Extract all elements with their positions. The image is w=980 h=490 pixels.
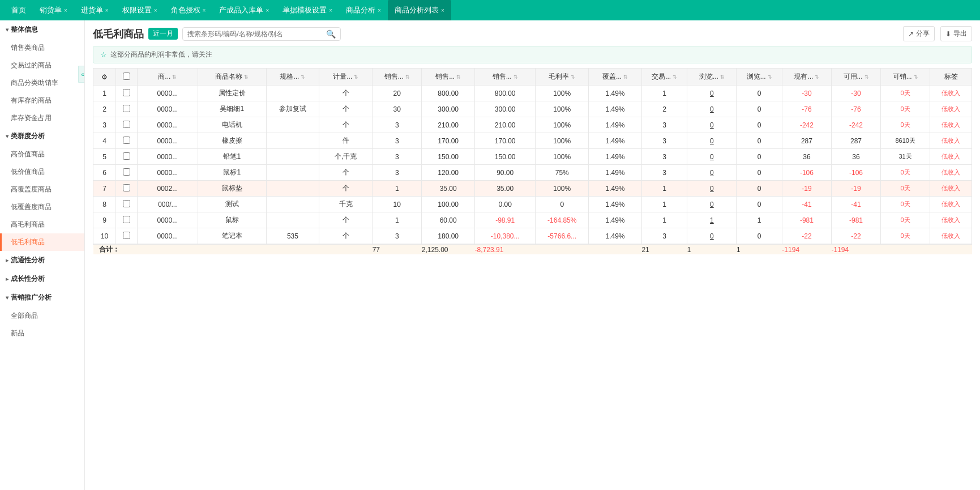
col-header-browse2[interactable]: 浏览...⇅ <box>737 69 782 86</box>
sidebar-item-高毛利商品[interactable]: 高毛利商品 <box>0 216 84 233</box>
cell-checkbox[interactable] <box>116 86 138 101</box>
col-header-spec[interactable]: 规格...⇅ <box>266 69 319 86</box>
row-checkbox[interactable] <box>123 168 130 176</box>
col-header-sales_amount[interactable]: 销售...⇅ <box>475 69 536 86</box>
browse-link[interactable]: 0 <box>710 105 714 113</box>
cell-checkbox[interactable] <box>116 228 138 245</box>
browse-link[interactable]: 0 <box>710 90 714 97</box>
sidebar-item-有库存的商品[interactable]: 有库存的商品 <box>0 92 84 109</box>
export-button[interactable]: ⬇ 导出 <box>940 26 972 41</box>
cell-browse1[interactable]: 0 <box>687 165 737 181</box>
nav-item-进货单[interactable]: 进货单× <box>74 0 115 20</box>
nav-item-商品分析列表[interactable]: 商品分析列表× <box>388 0 451 20</box>
nav-close-icon[interactable]: × <box>329 7 332 14</box>
nav-item-商品分析[interactable]: 商品分析× <box>339 0 388 20</box>
search-icon[interactable]: 🔍 <box>326 29 336 39</box>
sidebar-item-全部商品[interactable]: 全部商品 <box>0 307 84 325</box>
cell-browse1[interactable]: 0 <box>687 149 737 165</box>
col-header-name[interactable]: 商品名称⇅ <box>198 69 266 86</box>
browse-link[interactable]: 0 <box>710 137 714 145</box>
browse-link[interactable]: 0 <box>710 185 714 193</box>
row-checkbox[interactable] <box>123 152 130 160</box>
search-input[interactable] <box>187 30 323 38</box>
nav-item-角色授权[interactable]: 角色授权× <box>164 0 213 20</box>
sidebar-group-流通性分析[interactable]: ▸流通性分析 <box>0 251 84 270</box>
col-header-unit[interactable]: 计量...⇅ <box>319 69 373 86</box>
sidebar-item-新品[interactable]: 新品 <box>0 325 84 342</box>
browse-link[interactable]: 0 <box>710 121 714 129</box>
cell-browse1[interactable]: 1 <box>687 212 737 228</box>
cell-checkbox[interactable] <box>116 133 138 149</box>
row-checkbox[interactable] <box>123 216 130 223</box>
cell-checkbox[interactable] <box>116 181 138 197</box>
nav-close-icon[interactable]: × <box>378 7 381 14</box>
cell-browse1[interactable]: 0 <box>687 197 737 212</box>
table-row: 70002...鼠标垫个135.0035.00100%1.49%100-19-1… <box>93 181 972 197</box>
nav-close-icon[interactable]: × <box>441 7 444 14</box>
row-checkbox[interactable] <box>123 121 130 128</box>
share-button[interactable]: ↗ 分享 <box>903 26 935 41</box>
col-header-sellable[interactable]: 可销...⇅ <box>881 69 930 86</box>
cell-checkbox[interactable] <box>116 149 138 165</box>
row-checkbox[interactable] <box>123 200 130 207</box>
browse-link[interactable]: 0 <box>710 153 714 161</box>
col-header-sales_qty[interactable]: 销售...⇅ <box>373 69 422 86</box>
sidebar-item-低覆盖度商品[interactable]: 低覆盖度商品 <box>0 198 84 216</box>
row-checkbox[interactable] <box>123 184 130 191</box>
sidebar-item-低毛利商品[interactable]: 低毛利商品 <box>0 233 84 251</box>
nav-item-销货单[interactable]: 销货单× <box>33 0 74 20</box>
nav-item-单据模板设置[interactable]: 单据模板设置× <box>276 0 339 20</box>
sidebar-group-整体信息[interactable]: ▾整体信息 <box>0 20 84 39</box>
nav-item-权限设置[interactable]: 权限设置× <box>115 0 164 20</box>
nav-close-icon[interactable]: × <box>203 7 206 14</box>
sidebar-item-销售类商品[interactable]: 销售类商品 <box>0 39 84 57</box>
nav-close-icon[interactable]: × <box>64 7 67 14</box>
nav-item-首页[interactable]: 首页 <box>5 0 33 20</box>
cell-checkbox[interactable] <box>116 101 138 117</box>
nav-close-icon[interactable]: × <box>154 7 157 14</box>
cell-browse1[interactable]: 0 <box>687 117 737 133</box>
browse-link[interactable]: 0 <box>710 169 714 177</box>
col-header-sales_price[interactable]: 销售...⇅ <box>422 69 475 86</box>
cell-browse1[interactable]: 0 <box>687 181 737 197</box>
sidebar-collapse-btn[interactable]: « <box>78 66 85 83</box>
row-checkbox[interactable] <box>123 232 130 239</box>
cell-browse1[interactable]: 0 <box>687 86 737 101</box>
sidebar-group-成长性分析[interactable]: ▸成长性分析 <box>0 270 84 288</box>
sidebar-item-高覆盖度商品[interactable]: 高覆盖度商品 <box>0 181 84 198</box>
sidebar-group-营销推广分析[interactable]: ▾营销推广分析 <box>0 288 84 307</box>
gear-icon[interactable]: ⚙ <box>101 73 108 81</box>
nav-item-产成品入库单[interactable]: 产成品入库单× <box>212 0 276 20</box>
browse-link[interactable]: 1 <box>710 216 714 224</box>
browse-link[interactable]: 0 <box>710 232 714 240</box>
nav-close-icon[interactable]: × <box>266 7 269 14</box>
sidebar-item-高价值商品[interactable]: 高价值商品 <box>0 146 84 163</box>
sidebar-item-库存资金占用[interactable]: 库存资金占用 <box>0 109 84 127</box>
cell-browse1[interactable]: 0 <box>687 133 737 149</box>
cell-browse1[interactable]: 0 <box>687 101 737 117</box>
browse-link[interactable]: 0 <box>710 201 714 208</box>
sidebar-item-交易过的商品[interactable]: 交易过的商品 <box>0 57 84 74</box>
cell-checkbox[interactable] <box>116 212 138 228</box>
col-header-current_stock[interactable]: 现有...⇅ <box>782 69 831 86</box>
time-tag-btn[interactable]: 近一月 <box>148 28 178 40</box>
col-header-available[interactable]: 可用...⇅ <box>831 69 880 86</box>
cell-current_stock: -30 <box>782 86 831 101</box>
cell-checkbox[interactable] <box>116 117 138 133</box>
select-all-checkbox[interactable] <box>123 73 130 80</box>
cell-browse1[interactable]: 0 <box>687 228 737 245</box>
sidebar-group-类群度分析[interactable]: ▾类群度分析 <box>0 127 84 146</box>
row-checkbox[interactable] <box>123 137 130 144</box>
sidebar-item-低价值商品[interactable]: 低价值商品 <box>0 163 84 181</box>
sidebar-item-商品分类助销率[interactable]: 商品分类助销率 <box>0 74 84 92</box>
cell-checkbox[interactable] <box>116 165 138 181</box>
col-header-trade[interactable]: 交易...⇅ <box>641 69 687 86</box>
row-checkbox[interactable] <box>123 105 130 112</box>
nav-close-icon[interactable]: × <box>105 7 109 14</box>
cell-checkbox[interactable] <box>116 197 138 212</box>
col-header-browse1[interactable]: 浏览...⇅ <box>687 69 737 86</box>
col-header-code[interactable]: 商...⇅ <box>137 69 198 86</box>
col-header-gross_margin[interactable]: 毛利率⇅ <box>536 69 589 86</box>
col-header-coverage[interactable]: 覆盖...⇅ <box>589 69 642 86</box>
row-checkbox[interactable] <box>123 89 130 96</box>
